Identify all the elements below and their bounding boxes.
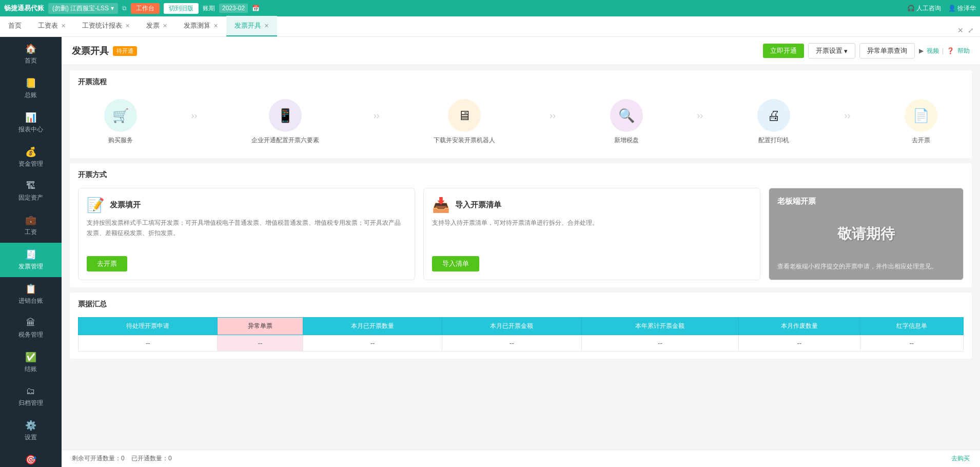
import-desc: 支持导入待开票清单，可对待开票清单进行拆分、合并处理。 — [432, 218, 752, 248]
close-all-tabs-icon[interactable]: ✕ — [957, 26, 964, 34]
flow-step-issue[interactable]: 📄 去开票 — [905, 99, 937, 145]
switch-old-button[interactable]: 切到旧版 — [164, 3, 199, 14]
tab-home[interactable]: 首页 — [0, 16, 30, 36]
page-header: 发票开具 待开通 立即开通 开票设置 ▾ 异常单票查询 ▶ 视频 | ❓ 帮助 — [62, 37, 980, 65]
import-list-button[interactable]: 导入清单 — [432, 256, 479, 271]
config-icon: 📱 — [269, 99, 302, 132]
flow-step-download[interactable]: 🖥 下载并安装开票机器人 — [434, 99, 495, 145]
manual-fill-icon: 📝 — [87, 197, 105, 213]
sidebar-item-funds[interactable]: 💰 资金管理 — [0, 140, 62, 174]
import-icon: 📥 — [432, 197, 450, 213]
sidebar-item-salary[interactable]: 💼 工资 — [0, 208, 62, 243]
bottom-stats: 剩余可开通数量：0 已开通数量：0 — [72, 454, 172, 463]
abnormal-query-button[interactable]: 异常单票查询 — [859, 43, 915, 59]
tab-invoice-issue-label: 发票开具 — [234, 21, 261, 30]
cell-year-amt: -- — [581, 335, 738, 352]
tab-salary-report-label: 工资统计报表 — [82, 21, 122, 30]
summary-section: 票据汇总 待处理开票申请 异常单票 本月已开票数量 本月已开票金额 本年累计开票… — [70, 293, 972, 359]
sidebar-item-assets[interactable]: 🏗 固定资产 — [0, 174, 62, 208]
remaining-count: 剩余可开通数量：0 — [72, 455, 125, 462]
flow-section-title: 开票流程 — [78, 77, 964, 87]
sidebar-item-tax[interactable]: 🏛 税务管理 — [0, 312, 62, 345]
sidebar-item-home[interactable]: 🏠 首页 — [0, 37, 62, 71]
video-icon: ▶ — [919, 47, 924, 54]
flow-step-taxdisk[interactable]: 🔍 新增税盘 — [610, 99, 643, 145]
period-label: 账期 — [203, 4, 215, 13]
period-value[interactable]: 2023-02 — [219, 4, 248, 13]
nav-tabs-bar: 首页 工资表 ✕ 工资统计报表 ✕ 发票 ✕ 发票测算 ✕ 发票开具 ✕ ✕ ⤢ — [0, 16, 980, 37]
sidebar-label-settle: 结账 — [25, 365, 37, 374]
arrow-3: ›› — [547, 110, 558, 121]
arrow-2: ›› — [371, 110, 382, 121]
go-issue-button[interactable]: 去开票 — [87, 256, 127, 271]
workspace-button[interactable]: 工作台 — [131, 3, 160, 14]
salary-icon: 💼 — [25, 215, 36, 226]
sidebar-item-settle[interactable]: ✅ 结账 — [0, 345, 62, 380]
sidebar-item-guide[interactable]: 🎯 新手引导 — [0, 448, 62, 467]
manual-fill-title: 发票填开 — [110, 200, 141, 210]
flow-step-buy[interactable]: 🛒 购买服务 — [104, 99, 137, 145]
tax-icon: 🏛 — [26, 318, 35, 328]
buy-link[interactable]: 去购买 — [951, 454, 970, 463]
sidebar-item-ledger[interactable]: 📒 总账 — [0, 71, 62, 106]
download-icon: 🖥 — [448, 99, 481, 132]
open-settings-button[interactable]: 开票设置 ▾ — [808, 43, 855, 59]
copy-icon[interactable]: ⧉ — [122, 5, 127, 12]
summary-title: 票据汇总 — [78, 300, 964, 309]
sidebar-label-settings: 设置 — [25, 433, 37, 442]
tab-salary-report[interactable]: 工资统计报表 ✕ — [74, 16, 138, 36]
sidebar-label-salary: 工资 — [25, 228, 37, 237]
tab-home-label: 首页 — [8, 21, 22, 30]
divider: | — [942, 47, 944, 54]
issue-label: 去开票 — [912, 136, 930, 145]
buy-label: 购买服务 — [108, 136, 133, 145]
close-tab-salary-report[interactable]: ✕ — [125, 23, 130, 29]
sidebar-label-archive: 归档管理 — [18, 399, 43, 407]
printer-icon: 🖨 — [757, 99, 790, 132]
help-label[interactable]: 帮助 — [957, 47, 970, 55]
sidebar-item-reports[interactable]: 📊 报表中心 — [0, 106, 62, 140]
methods-row: 📝 发票填开 支持按照发票样式手工填写开发票；可开具增值税电子普通发票、增值税普… — [78, 188, 964, 280]
settings-icon: ⚙️ — [25, 420, 36, 431]
cell-void-qty: -- — [739, 335, 860, 352]
close-tab-salary-table[interactable]: ✕ — [61, 23, 66, 29]
open-now-button[interactable]: 立即开通 — [763, 44, 804, 58]
sidebar-label-invoice: 发票管理 — [18, 262, 43, 271]
user-avatar[interactable]: 👤 徐泽华 — [948, 4, 976, 13]
arrow-4: ›› — [695, 110, 705, 121]
sidebar-item-purchase[interactable]: 📋 进销台账 — [0, 277, 62, 312]
download-label: 下载并安装开票机器人 — [434, 136, 495, 145]
bottom-bar: 剩余可开通数量：0 已开通数量：0 去购买 — [62, 450, 980, 467]
video-label[interactable]: 视频 — [927, 47, 939, 55]
flow-step-config[interactable]: 📱 企业开通配置开票六要素 — [251, 99, 319, 145]
sidebar-item-archive[interactable]: 🗂 归档管理 — [0, 380, 62, 414]
sidebar-item-invoice[interactable]: 🧾 发票管理 — [0, 243, 62, 277]
close-tab-invoice[interactable]: ✕ — [163, 23, 167, 29]
old-card-desc: 查看老板端小程序提交的开票申请，并作出相应处理意见。 — [777, 261, 955, 271]
sidebar-label-ledger: 总账 — [25, 91, 37, 100]
company-selector[interactable]: (勿删) 江西服宝-LSS ▾ — [48, 3, 118, 14]
restore-icon[interactable]: ⤢ — [968, 26, 974, 34]
cell-month-qty: -- — [303, 335, 442, 352]
sidebar-label-home: 首页 — [25, 56, 37, 65]
method-card-manual: 📝 发票填开 支持按照发票样式手工填写开发票；可开具增值税电子普通发票、增值税普… — [78, 188, 415, 280]
tab-salary-table-label: 工资表 — [38, 21, 58, 30]
consult-button[interactable]: 🎧 人工咨询 — [907, 4, 941, 13]
tab-invoice-issue[interactable]: 发票开具 ✕ — [226, 16, 277, 36]
archive-icon: 🗂 — [26, 386, 35, 397]
tab-salary-table[interactable]: 工资表 ✕ — [30, 16, 74, 36]
sidebar-item-settings[interactable]: ⚙️ 设置 — [0, 414, 62, 448]
close-tab-invoice-calc[interactable]: ✕ — [213, 23, 218, 29]
buy-icon: 🛒 — [104, 99, 137, 132]
close-tab-invoice-issue[interactable]: ✕ — [264, 23, 269, 29]
col-red-info: 红字信息单 — [860, 318, 963, 335]
flow-steps: 🛒 购买服务 ›› 📱 企业开通配置开票六要素 ›› 🖥 下载并安装开票机器人 … — [78, 95, 964, 151]
flow-step-printer[interactable]: 🖨 配置打印机 — [757, 99, 790, 145]
tab-invoice-calc[interactable]: 发票测算 ✕ — [175, 16, 226, 36]
sidebar-label-funds: 资金管理 — [18, 160, 43, 168]
import-title: 导入开票清单 — [455, 200, 501, 210]
reports-icon: 📊 — [25, 112, 36, 123]
tab-invoice[interactable]: 发票 ✕ — [138, 16, 175, 36]
calendar-icon[interactable]: 📅 — [252, 5, 260, 12]
tab-invoice-label: 发票 — [146, 21, 160, 30]
